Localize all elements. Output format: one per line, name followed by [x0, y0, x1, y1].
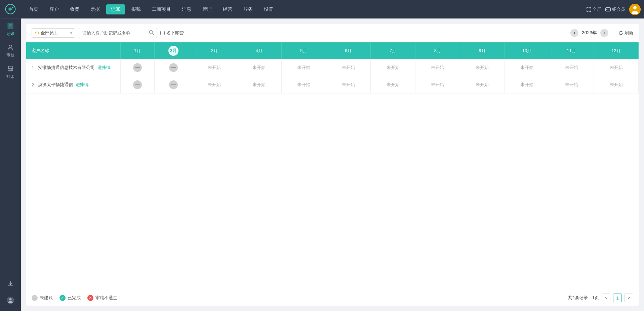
- refresh-button[interactable]: 刷新: [618, 30, 633, 36]
- chevron-down-icon: ▾: [70, 31, 72, 35]
- vip-button[interactable]: 畅会员: [605, 6, 625, 12]
- row2-nov: 未开始: [549, 76, 594, 93]
- sidebar-item-shenhe[interactable]: 审核: [0, 40, 21, 62]
- chevron-left-icon: [573, 31, 576, 35]
- row1-mar: 未开始: [192, 59, 237, 76]
- row2-sep: 未开始: [460, 76, 505, 93]
- prev-year-button[interactable]: [570, 29, 578, 37]
- row2-apr: 未开始: [237, 76, 281, 93]
- col-apr: 4月: [237, 42, 281, 59]
- fullscreen-button[interactable]: 全屏: [587, 6, 601, 12]
- nav-client[interactable]: 客户: [45, 4, 64, 14]
- sidebar-item-download[interactable]: [0, 276, 21, 291]
- col-feb: 2月: [155, 42, 192, 59]
- nav-right: 全屏 畅会员: [587, 4, 641, 15]
- row1-oct: 未开始: [505, 59, 549, 76]
- table-row: 1 安徽畅捷通信息技术有限公司 进账簿 — — 未开始 未开始 未开始 未开始: [26, 59, 639, 76]
- year-nav: 2023年: [570, 29, 608, 37]
- minxia-checkbox[interactable]: [160, 31, 165, 35]
- search-button[interactable]: [146, 28, 157, 38]
- nav-guanli[interactable]: 管理: [198, 4, 216, 14]
- dayin-icon: [5, 65, 15, 73]
- col-jun: 6月: [326, 42, 371, 59]
- row1-feb: —: [155, 59, 192, 76]
- user-avatar[interactable]: [629, 4, 641, 15]
- legend-rejected-label: 审核不通过: [95, 295, 117, 301]
- nav-jingying[interactable]: 经营: [218, 4, 237, 14]
- vip-label: 畅会员: [612, 6, 625, 12]
- search-box: [79, 28, 157, 38]
- table-row: 2 漠澳太平畅捷通信 进账簿 — — 未开始 未开始 未开始 未开始: [26, 76, 639, 93]
- svg-rect-9: [9, 70, 12, 71]
- col-sep: 9月: [460, 42, 505, 59]
- col-nov: 11月: [549, 42, 594, 59]
- col-jan: 1月: [120, 42, 155, 59]
- prev-page-button[interactable]: <: [602, 294, 610, 302]
- svg-point-10: [11, 69, 12, 70]
- nav-charge[interactable]: 收费: [65, 4, 84, 14]
- row2-enter-link[interactable]: 进账簿: [76, 82, 89, 88]
- minxia-label: 名下账套: [166, 30, 184, 36]
- col-oct: 10月: [505, 42, 549, 59]
- svg-point-6: [9, 45, 12, 48]
- pagination: 共2条记录，1页 < 1 >: [568, 294, 633, 302]
- row2-mar: 未开始: [192, 76, 237, 93]
- minxia-checkbox-label[interactable]: 名下账套: [160, 30, 184, 36]
- row1-enter-link[interactable]: 进账簿: [97, 65, 111, 71]
- row2-client: 2 漠澳太平畅捷通信 进账簿: [26, 76, 120, 93]
- search-input[interactable]: [79, 29, 146, 37]
- col-dec: 12月: [594, 42, 639, 59]
- sidebar: 记账 审核 打印: [0, 0, 21, 311]
- sidebar-item-dayin[interactable]: 打印: [0, 62, 21, 83]
- col-client: 客户名称: [26, 42, 120, 59]
- row1-jun: 未开始: [326, 59, 371, 76]
- data-table: 客户名称 1月 2月 3月 4月 5月 6月 7月 8月 9月 10月 11月: [26, 42, 639, 93]
- legend-grey-dot: —: [32, 295, 38, 301]
- nav-shezhi[interactable]: 设置: [259, 4, 278, 14]
- svg-point-12: [9, 298, 12, 301]
- nav-home[interactable]: 首页: [24, 4, 43, 14]
- col-may: 5月: [281, 42, 326, 59]
- svg-rect-13: [606, 7, 611, 11]
- nav-fuwu[interactable]: 服务: [239, 4, 257, 14]
- row2-dec: 未开始: [594, 76, 639, 93]
- row2-jun: 未开始: [326, 76, 371, 93]
- search-icon: [149, 30, 154, 35]
- svg-line-17: [153, 34, 154, 35]
- legend-not-built-label: 未建账: [40, 295, 53, 301]
- year-label: 2023年: [582, 30, 597, 36]
- refresh-icon: [618, 31, 623, 35]
- fullscreen-label: 全屏: [593, 6, 601, 12]
- row2-jan: —: [120, 76, 155, 93]
- row1-may: 未开始: [281, 59, 326, 76]
- employee-select[interactable]: 🏷 全部员工 ▾: [32, 28, 75, 38]
- vip-icon: [605, 7, 611, 11]
- sidebar-item-user[interactable]: [0, 293, 21, 308]
- sidebar-label-dayin: 打印: [6, 74, 14, 80]
- sidebar-bottom: [0, 276, 21, 311]
- svg-point-15: [633, 6, 637, 9]
- user-avatar-icon: [5, 296, 15, 304]
- row1-sep: 未开始: [460, 59, 505, 76]
- nav-xiaoxi[interactable]: 消息: [177, 4, 196, 14]
- col-aug: 8月: [415, 42, 460, 59]
- svg-point-1: [12, 7, 13, 8]
- nav-baoshui[interactable]: 报税: [127, 4, 146, 14]
- sidebar-item-jizhang[interactable]: 记账: [0, 18, 21, 40]
- nav-gongshang[interactable]: 工商项目: [147, 4, 175, 14]
- next-page-button[interactable]: >: [625, 294, 633, 302]
- row2-aug: 未开始: [415, 76, 460, 93]
- next-year-button[interactable]: [600, 29, 608, 37]
- nav-ticket[interactable]: 票据: [86, 4, 105, 14]
- chevron-right-icon: [603, 31, 606, 35]
- nav-jizhang[interactable]: 记账: [106, 4, 125, 14]
- row1-apr: 未开始: [237, 59, 281, 76]
- footer: — 未建账 ✓ 已完成 ✕ 审核不通过 共2条记录，1页 < 1 >: [26, 290, 639, 306]
- row1-jan: —: [120, 59, 155, 76]
- row1-aug: 未开始: [415, 59, 460, 76]
- download-icon: [5, 280, 15, 288]
- row2-may: 未开始: [281, 76, 326, 93]
- sidebar-label-shenhe: 审核: [6, 52, 14, 58]
- legend-teal-dot: ✓: [59, 295, 66, 301]
- shenhe-icon: [5, 43, 15, 51]
